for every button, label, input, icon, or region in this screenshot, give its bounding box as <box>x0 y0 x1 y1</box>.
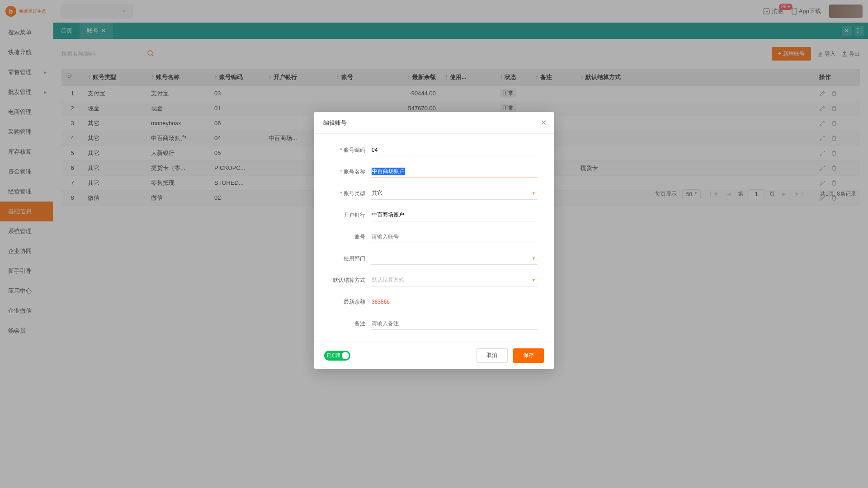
label-code: 账号编码 <box>344 147 365 153</box>
input-bank[interactable] <box>371 209 538 221</box>
select-type[interactable]: 其它 ▼ <box>371 187 538 200</box>
toggle-knob <box>342 352 349 359</box>
label-type: 账号类型 <box>344 190 365 197</box>
chevron-down-icon: ▼ <box>532 256 536 261</box>
label-remark: 备注 <box>354 320 365 327</box>
label-bank: 开户银行 <box>344 212 365 218</box>
input-code[interactable] <box>371 144 538 156</box>
label-settle: 默认结算方式 <box>333 277 365 283</box>
modal-close-icon[interactable]: ✕ <box>541 118 547 127</box>
balance-display: 383866 <box>371 296 538 308</box>
input-name[interactable]: 中百商场账户 <box>371 165 538 178</box>
modal-body: *账号编码 *账号名称 中百商场账户 *账号类型 其它 ▼ 开户银行 账号 <box>314 134 554 342</box>
modal-overlay[interactable]: 编辑账号 ✕ *账号编码 *账号名称 中百商场账户 *账号类型 其它 ▼ 开户银… <box>0 0 868 488</box>
label-dept: 使用部门 <box>344 255 365 262</box>
edit-account-modal: 编辑账号 ✕ *账号编码 *账号名称 中百商场账户 *账号类型 其它 ▼ 开户银… <box>314 112 554 369</box>
cancel-button[interactable]: 取消 <box>476 348 508 363</box>
chevron-down-icon: ▼ <box>532 278 536 282</box>
label-name: 账号名称 <box>344 169 365 175</box>
modal-footer: 已启用 取消 保存 <box>314 342 554 369</box>
select-dept[interactable]: ▼ <box>371 252 538 265</box>
modal-header: 编辑账号 ✕ <box>314 112 554 134</box>
label-acct: 账号 <box>354 234 365 240</box>
label-balance: 最新余额 <box>344 299 365 305</box>
save-button[interactable]: 保存 <box>513 348 544 363</box>
toggle-label: 已启用 <box>327 352 340 359</box>
input-remark[interactable] <box>371 317 538 330</box>
enabled-toggle[interactable]: 已启用 <box>324 351 350 361</box>
input-acct[interactable] <box>371 230 538 243</box>
modal-title: 编辑账号 <box>323 119 347 127</box>
select-settle[interactable]: 默认结算方式 ▼ <box>371 274 538 286</box>
chevron-down-icon: ▼ <box>532 191 536 196</box>
